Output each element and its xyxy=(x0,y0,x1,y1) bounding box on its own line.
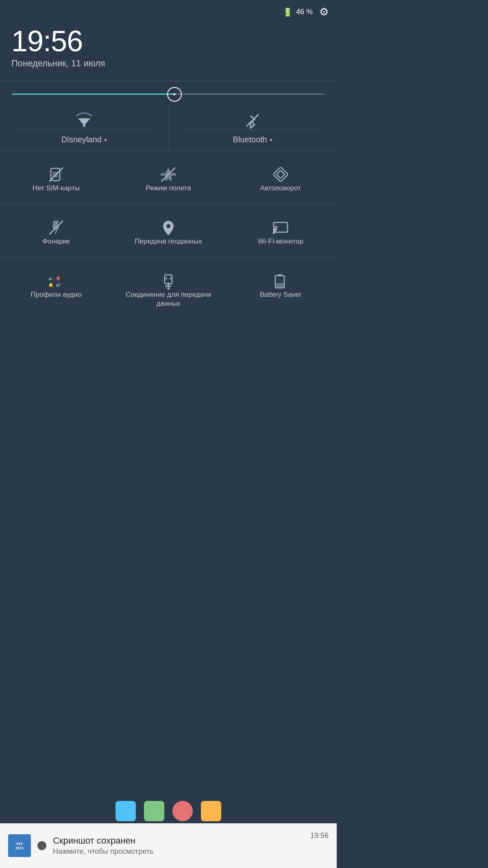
wifi-icon xyxy=(75,111,94,130)
quick-grid-row1: Нет SIM-карты Режим полета Автоповорот xyxy=(0,151,337,204)
bluetooth-label: Bluetooth xyxy=(233,135,267,144)
cast-label: Wi-Fi-монитор xyxy=(258,237,303,246)
notif-app-icon xyxy=(37,841,46,850)
svg-rect-8 xyxy=(277,170,285,178)
usb-tile[interactable]: Соединение для передачи данных xyxy=(112,262,224,315)
location-label: Передача геоданных xyxy=(135,237,202,246)
app-dot-2[interactable] xyxy=(144,801,164,821)
batsaver-tile[interactable]: Battery Saver xyxy=(224,262,337,315)
sim-icon xyxy=(47,165,65,184)
audio-icon: 🔉 🔇 🔔 🔊 xyxy=(47,272,65,290)
airplane-label: Режим полета xyxy=(146,184,191,193)
app-dot-3[interactable] xyxy=(172,801,193,821)
wifi-tile[interactable]: Disneyland ▾ xyxy=(0,107,169,151)
app-dot-4[interactable] xyxy=(201,801,221,821)
svg-rect-24 xyxy=(276,283,283,287)
svg-text:🔔: 🔔 xyxy=(48,282,54,287)
flashlight-label: Фонарик xyxy=(42,237,70,246)
location-icon xyxy=(159,218,178,237)
airplane-tile[interactable]: Режим полета xyxy=(112,155,224,200)
usb-icon xyxy=(159,272,178,290)
notif-subtitle: Нажмите, чтобы просмотреть xyxy=(53,847,304,856)
wifi-divider xyxy=(17,130,151,130)
svg-rect-23 xyxy=(278,274,282,276)
wifi-label: Disneyland xyxy=(61,135,102,144)
flashlight-icon xyxy=(47,218,65,237)
status-bar: 🔋 46 % ⚙ xyxy=(0,0,337,22)
brightness-panel[interactable] xyxy=(0,81,337,103)
svg-text:🔇: 🔇 xyxy=(56,276,61,281)
svg-text:🔉: 🔉 xyxy=(48,276,54,281)
battery-percent: 46 % xyxy=(296,8,313,16)
notif-text: Скриншот сохранен Нажмите, чтобы просмот… xyxy=(53,835,304,856)
cast-icon xyxy=(271,218,290,237)
notif-thumbnail: 610 2612 xyxy=(8,834,31,857)
settings-icon[interactable]: ⚙ xyxy=(319,6,329,18)
flashlight-tile[interactable]: Фонарик xyxy=(0,209,112,253)
svg-line-2 xyxy=(246,114,259,126)
rotate-label: Автоповорот xyxy=(260,184,301,193)
brightness-fill xyxy=(12,94,174,95)
svg-point-10 xyxy=(166,224,170,228)
notification-bar[interactable]: 610 2612 Скриншот сохранен Нажмите, чтоб… xyxy=(0,823,337,868)
wifi-label-row: Disneyland ▾ xyxy=(61,135,107,144)
svg-rect-7 xyxy=(273,167,288,182)
batsaver-icon xyxy=(271,272,290,290)
svg-point-1 xyxy=(83,124,85,127)
bt-dropdown-arrow[interactable]: ▾ xyxy=(270,137,272,143)
app-dot-1[interactable] xyxy=(115,801,136,821)
time-date: 19:56 Понедельник, 11 июля xyxy=(0,22,337,81)
notif-title: Скриншот сохранен xyxy=(53,835,304,846)
rotate-icon xyxy=(271,165,290,184)
notif-time: 19:56 xyxy=(310,831,329,840)
cast-tile[interactable]: Wi-Fi-монитор xyxy=(224,209,337,253)
quick-top-tiles: Disneyland ▾ Bluetooth ▾ xyxy=(0,103,337,151)
battery-icon: 🔋 xyxy=(283,7,293,17)
app-bar-peek xyxy=(0,799,337,823)
notif-thumb-line2: 2612 xyxy=(15,846,24,850)
bluetooth-tile[interactable]: Bluetooth ▾ xyxy=(169,107,337,151)
airplane-icon xyxy=(159,165,178,184)
bt-label-row: Bluetooth ▾ xyxy=(233,135,272,144)
brightness-thumb[interactable] xyxy=(167,87,182,102)
svg-point-12 xyxy=(273,232,275,234)
sim-label: Нет SIM-карты xyxy=(33,184,80,193)
location-tile[interactable]: Передача геоданных xyxy=(112,209,224,253)
notif-thumb-line1: 610 xyxy=(16,842,22,846)
batsaver-label: Battery Saver xyxy=(260,290,302,299)
brightness-track[interactable] xyxy=(12,94,325,95)
audio-tile[interactable]: 🔉 🔇 🔔 🔊 Профили аудио xyxy=(0,262,112,315)
quick-grid-row2: Фонарик Передача геоданных Wi-Fi-монитор xyxy=(0,204,337,257)
quick-grid-row3: 🔉 🔇 🔔 🔊 Профили аудио Соединение для пер… xyxy=(0,257,337,320)
wifi-dropdown-arrow[interactable]: ▾ xyxy=(104,137,107,143)
svg-text:🔊: 🔊 xyxy=(56,282,61,287)
audio-label: Профили аудио xyxy=(31,290,82,299)
bt-divider xyxy=(185,130,320,130)
sim-tile[interactable]: Нет SIM-карты xyxy=(0,155,112,200)
bluetooth-icon xyxy=(243,111,262,130)
clock-date: Понедельник, 11 июля xyxy=(11,58,325,69)
usb-label: Соединение для передачи данных xyxy=(116,290,220,308)
rotate-tile[interactable]: Автоповорот xyxy=(224,155,337,200)
clock-time: 19:56 xyxy=(11,26,325,56)
